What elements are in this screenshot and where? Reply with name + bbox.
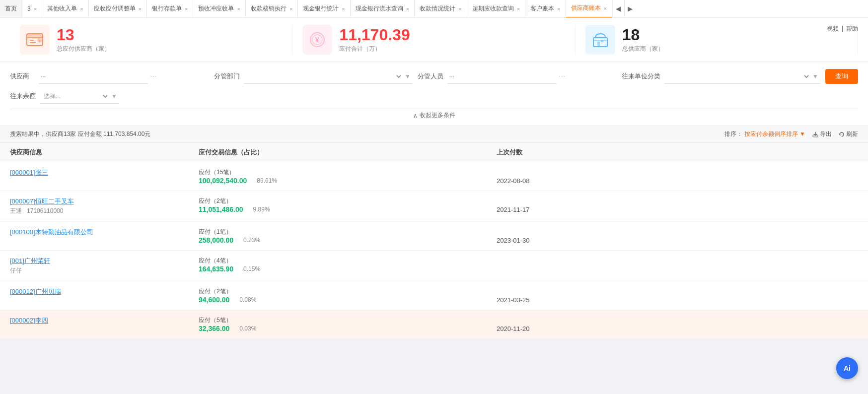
trans-amount-6[interactable]: 32,366.00 <box>199 325 229 332</box>
trans-percent-4: 0.15% <box>243 265 260 272</box>
table-row: [000012]广州贝瑞 应付（2笔） 94,600.00 0.08% 2021… <box>0 281 868 310</box>
col-lastpay-header: 上次付数 <box>497 148 858 157</box>
sort-arrow-icon: ▼ <box>799 131 805 137</box>
result-summary-text: 搜索结果中，供应商13家 应付金额 111,703,854.00元 <box>10 130 150 138</box>
collapse-button[interactable]: ∧ 收起更多条件 <box>10 109 858 122</box>
trans-label-1: 应付（15笔） <box>199 168 497 177</box>
trans-amount-2[interactable]: 11,051,486.00 <box>199 205 243 213</box>
trans-amount-3[interactable]: 258,000.00 <box>199 236 233 244</box>
collapse-label: 收起更多条件 <box>420 111 455 120</box>
category-filter-select[interactable] <box>666 72 811 80</box>
supplier-link-1[interactable]: [000001]张三 <box>10 169 48 176</box>
nav-tab-customer-book-close[interactable]: × <box>557 6 560 12</box>
table-row: [000002]李四 应付（5笔） 32,366.00 0.03% 2020-1… <box>0 310 868 339</box>
filter-person: 分管人员 ··· <box>418 69 617 84</box>
nav-tab-collection-close[interactable]: × <box>289 6 292 12</box>
nav-tab-bank-deposit-label: 银行存款单 <box>152 4 182 13</box>
nav-tab-cash-stats[interactable]: 现金银行统计 × <box>298 0 350 18</box>
trans-amount-4[interactable]: 164,635.90 <box>199 265 233 273</box>
nav-tab-adjustment-close[interactable]: × <box>139 6 142 12</box>
trans-label-5: 应付（2笔） <box>199 287 497 296</box>
link-separator: | <box>842 25 843 33</box>
nav-tab-home[interactable]: 首页 <box>0 0 22 18</box>
dept-filter-select-wrapper[interactable]: ▼ <box>244 69 413 84</box>
nav-tab-overdue[interactable]: 超期应收款查询 × <box>467 0 525 18</box>
nav-tab-cash-flow-close[interactable]: × <box>406 6 409 12</box>
nav-tab-overdue-close[interactable]: × <box>517 6 520 12</box>
last-pay-2: 2021-11-17 <box>497 197 858 213</box>
supplier-link-6[interactable]: [000002]李四 <box>10 317 48 324</box>
nav-tab-cash-stats-close[interactable]: × <box>342 6 345 12</box>
nav-tab-other-income[interactable]: 其他收入单 × <box>42 0 88 18</box>
trans-label-3: 应付（1笔） <box>199 228 497 236</box>
balance-filter-select[interactable]: 选择... <box>42 92 109 100</box>
sort-label: 排序： 按应付余额倒序排序 ▼ <box>724 130 805 138</box>
transaction-info-2: 应付（2笔） 11,051,486.00 9.89% <box>199 197 497 213</box>
nav-tab-home-label: 首页 <box>5 4 17 13</box>
stat-payable-suppliers: ¥ 13 总应付供应商（家） <box>10 25 292 55</box>
nav-tab-cash-stats-label: 现金银行统计 <box>303 4 339 13</box>
nav-tab-3-close[interactable]: × <box>34 6 37 12</box>
nav-tab-customer-book-label: 客户账本 <box>530 4 554 13</box>
nav-tab-supplier-book-label: 供应商账本 <box>571 4 601 12</box>
nav-tab-adjustment[interactable]: 应收应付调整单 × <box>89 0 147 18</box>
nav-tab-cash-flow[interactable]: 现金银行流水查询 × <box>351 0 415 18</box>
trans-amount-5[interactable]: 94,600.00 <box>199 296 229 304</box>
supplier-link-2[interactable]: [000007]恒旺二手叉车 <box>10 197 74 205</box>
dept-filter-select[interactable] <box>246 72 403 80</box>
refresh-button[interactable]: 刷新 <box>839 130 858 138</box>
transaction-info-1: 应付（15笔） 100,092,540.00 89.61% <box>199 168 497 185</box>
dept-filter-label: 分管部门 <box>214 72 240 81</box>
nav-tab-other-income-close[interactable]: × <box>80 6 83 12</box>
col-supplier-header: 供应商信息 <box>10 148 199 157</box>
nav-tab-collection[interactable]: 收款核销执行 × <box>246 0 298 18</box>
collapse-up-icon: ∧ <box>413 112 418 119</box>
supplier-filter-label: 供应商 <box>10 72 35 81</box>
supplier-filter-input[interactable] <box>39 69 148 84</box>
nav-next-arrow[interactable]: ▶ <box>624 0 636 18</box>
nav-tab-cash-flow-label: 现金银行流水查询 <box>356 4 403 13</box>
supplier-info-1: [000001]张三 <box>10 168 199 177</box>
payable-suppliers-count: 13 <box>57 27 110 43</box>
last-pay-4 <box>497 257 858 265</box>
supplier-link-5[interactable]: [000012]广州贝瑞 <box>10 288 61 295</box>
nav-tab-collection-stats[interactable]: 收款情况统计 × <box>415 0 467 18</box>
supplier-info-4: [001]广州荣轩 仔仔 <box>10 257 199 275</box>
supplier-info-5: [000012]广州贝瑞 <box>10 287 199 296</box>
supplier-link-3[interactable]: [000100]本特勤油品有限公司 <box>10 228 93 236</box>
table-row: [000007]恒旺二手叉车 王通 17106110000 应付（2笔） 11,… <box>0 191 868 222</box>
nav-tab-bank-deposit-close[interactable]: × <box>185 6 188 12</box>
nav-tab-prepay[interactable]: 预收冲应收单 × <box>193 0 245 18</box>
payable-total-value: 11,170.39 <box>339 27 410 43</box>
payable-suppliers-icon: ¥ <box>20 25 50 55</box>
trans-amount-1[interactable]: 100,092,540.00 <box>199 177 247 185</box>
transaction-info-5: 应付（2笔） 94,600.00 0.08% <box>199 287 497 304</box>
trans-percent-2: 9.89% <box>253 206 270 213</box>
refresh-label: 刷新 <box>846 130 858 138</box>
trans-percent-3: 0.23% <box>243 237 260 244</box>
query-button[interactable]: 查询 <box>825 69 858 84</box>
nav-tab-bank-deposit[interactable]: 银行存款单 × <box>147 0 193 18</box>
person-filter-input[interactable] <box>447 69 557 84</box>
nav-tab-customer-book[interactable]: 客户账本 × <box>525 0 566 18</box>
nav-tab-prepay-close[interactable]: × <box>237 6 240 12</box>
export-button[interactable]: 导出 <box>812 130 832 138</box>
nav-tab-collection-stats-close[interactable]: × <box>458 6 461 12</box>
nav-tab-supplier-book-close[interactable]: × <box>604 5 607 11</box>
payable-total-icon: ¥ <box>302 25 332 55</box>
supplier-link-4[interactable]: [001]广州荣轩 <box>10 257 50 264</box>
balance-filter-select-wrapper[interactable]: 选择... ▼ <box>40 89 119 104</box>
video-link[interactable]: 视频 <box>827 25 839 33</box>
svg-text:¥: ¥ <box>39 39 41 43</box>
nav-prev-arrow[interactable]: ◀ <box>612 0 624 18</box>
last-pay-1: 2022-08-08 <box>497 168 858 185</box>
help-link[interactable]: 帮助 <box>846 25 858 33</box>
person-filter-label: 分管人员 <box>418 72 443 81</box>
category-filter-select-wrapper[interactable]: ▼ <box>664 69 821 84</box>
sort-value[interactable]: 按应付余额倒序排序 ▼ <box>744 131 805 137</box>
nav-tab-prepay-label: 预收冲应收单 <box>198 4 234 13</box>
nav-tab-supplier-book[interactable]: 供应商账本 × <box>566 0 612 18</box>
payable-suppliers-text: 13 总应付供应商（家） <box>57 27 110 53</box>
category-chevron-icon: ▼ <box>812 73 818 80</box>
nav-tab-3[interactable]: 3 × <box>22 0 42 18</box>
